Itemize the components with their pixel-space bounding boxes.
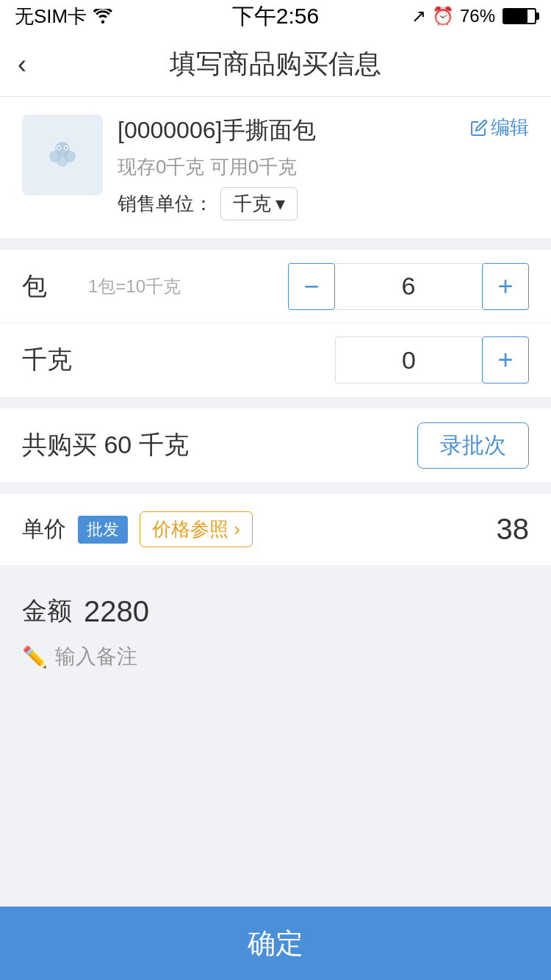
product-name: [0000006]手撕面包 [118,115,316,147]
kg-controls: + [335,336,529,383]
price-row: 单价 批发 价格参照 › 38 [22,511,529,547]
amount-label: 金额 [22,594,72,628]
kg-row: 千克 + [0,323,551,397]
wifi-icon [93,9,113,24]
kg-label: 千克 [22,343,81,377]
back-button[interactable]: ‹ [18,49,26,80]
bao-decrement-button[interactable]: − [288,263,335,310]
total-row: 共购买 60 千克 录批次 [0,408,551,482]
bao-increment-button[interactable]: + [482,263,529,310]
battery-icon [503,8,536,24]
dropdown-arrow-icon: ▾ [276,192,285,215]
alarm-icon: ⏰ [432,6,454,26]
bao-row: 包 1包=10千克 − + [0,250,551,323]
product-stock: 现存0千克 可用0千克 [118,154,529,180]
location-icon: ↗ [411,6,426,26]
pencil-icon: ✏️ [22,645,48,669]
bao-input[interactable] [335,263,482,310]
amount-section: 金额 2280 ✏️ 输入备注 [0,577,551,685]
kg-input[interactable] [335,336,482,383]
kg-increment-button[interactable]: + [482,336,529,383]
price-label: 单价 [22,514,66,544]
batch-button[interactable]: 录批次 [417,422,529,469]
status-time: 下午2:56 [232,1,319,32]
amount-value: 2280 [84,595,149,628]
product-card: [0000006]手撕面包 编辑 现存0千克 可用0千克 销售单位： 千克 ▾ [0,97,551,238]
status-left: 无SIM卡 [15,4,113,29]
price-section: 单价 批发 价格参照 › 38 [0,494,551,565]
nav-bar: ‹ 填写商品购买信息 [0,32,551,97]
amount-row: 金额 2280 [22,594,529,628]
status-right: ↗ ⏰ 76% [411,6,536,26]
unit-dropdown[interactable]: 千克 ▾ [220,187,298,220]
bao-sublabel: 1包=10千克 [88,275,181,298]
price-ref-button[interactable]: 价格参照 › [140,511,253,547]
remark-row[interactable]: ✏️ 输入备注 [22,643,529,671]
confirm-button[interactable]: 确定 [0,907,551,980]
remark-placeholder: 输入备注 [55,643,137,671]
edit-button[interactable]: 编辑 [470,115,529,140]
product-info: [0000006]手撕面包 编辑 现存0千克 可用0千克 销售单位： 千克 ▾ [118,115,529,220]
svg-point-7 [65,147,68,149]
bao-controls: − + [288,263,529,310]
carrier-text: 无SIM卡 [15,4,87,29]
product-unit-row: 销售单位： 千克 ▾ [118,187,529,220]
price-tag: 批发 [78,516,128,544]
product-thumbnail [22,115,103,195]
status-bar: 无SIM卡 下午2:56 ↗ ⏰ 76% [0,0,551,32]
form-section: 包 1包=10千克 − + 千克 + [0,250,551,397]
battery-percentage: 76% [460,6,495,26]
bao-label: 包 [22,270,81,303]
unit-label: 销售单位： [118,191,213,217]
price-value: 38 [497,513,530,546]
svg-point-6 [58,147,60,149]
page-title: 填写商品购买信息 [170,46,381,82]
total-label: 共购买 60 千克 [22,428,189,462]
svg-point-3 [57,155,68,167]
